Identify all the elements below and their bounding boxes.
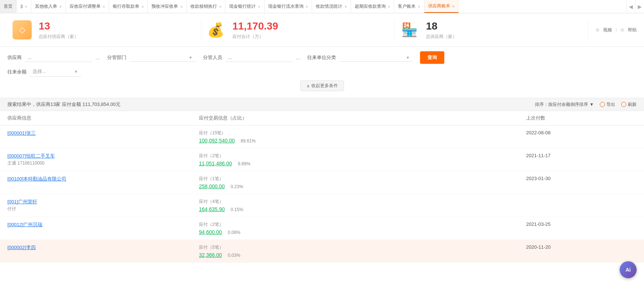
- nav-receipt-verify-label: 收款核销执行: [190, 3, 217, 10]
- supplier-cell-2: [000007]恒旺二手叉车 王通 17106110000: [7, 153, 199, 166]
- nav-overdue-ar-close[interactable]: ×: [388, 4, 390, 9]
- summary-bar: ◇ 13 总应付供应商（家） 💰 11,170.39 应付合计（万） 🏪 18 …: [0, 13, 644, 47]
- nav-ar-ap-adjust-close[interactable]: ×: [103, 4, 105, 9]
- total-suppliers-label: 总供应商（家）: [426, 34, 577, 40]
- supplier-cell-6: [000002]李四: [7, 244, 199, 251]
- table-body: [000001]张三 应付（15笔） 100,092,540.00 89.61%…: [0, 125, 644, 293]
- person-filter-input[interactable]: [225, 53, 293, 62]
- supplier-filter-input[interactable]: [25, 53, 92, 62]
- help-icon: ⊙: [620, 27, 624, 32]
- transaction-cell-1: 应付（15笔） 100,092,540.00 89.61%: [199, 130, 526, 144]
- balance-select-arrow-icon: ▼: [74, 69, 78, 74]
- tx-amount-6[interactable]: 32,366.00: [199, 252, 222, 258]
- nav-cash-bank-flow[interactable]: 现金银行流水查询 ×: [265, 0, 312, 13]
- nav-tab-3-close[interactable]: ×: [25, 4, 27, 9]
- supplier-link-4[interactable]: [001]广州荣轩: [7, 199, 37, 204]
- header-lastpay: 上次付数: [526, 115, 637, 121]
- supplier-cell-5: [00012]广州贝瑞: [7, 221, 199, 228]
- category-filter-select[interactable]: ▼: [339, 54, 413, 62]
- nav-bank-deposit-label: 银行存取款单: [113, 3, 139, 10]
- nav-arrow-right[interactable]: ▶: [635, 0, 644, 13]
- nav-overdue-ar[interactable]: 超期应收款查询 ×: [351, 0, 394, 13]
- nav-receipt-stat[interactable]: 收款情况统计 ×: [312, 0, 351, 13]
- nav-prepay-offset[interactable]: 预收冲应收单 ×: [148, 0, 186, 13]
- summary-card-payable-suppliers: ◇ 13 总应付供应商（家）: [7, 19, 201, 41]
- dept-filter-select[interactable]: ▼: [129, 54, 196, 62]
- nav-bank-deposit-close[interactable]: ×: [141, 4, 144, 9]
- nav-home[interactable]: 首页: [0, 0, 17, 13]
- balance-filter-select[interactable]: 选择... ▼: [29, 67, 81, 77]
- transaction-cell-4: 应付（4笔） 164,635.90 0.15%: [199, 199, 526, 212]
- tx-amount-5[interactable]: 94,600.00: [199, 229, 222, 235]
- nav-receipt-verify-close[interactable]: ×: [219, 4, 221, 9]
- total-suppliers-info: 18 总供应商（家）: [426, 20, 577, 40]
- lastpay-cell-6: 2020-11-20: [526, 244, 637, 250]
- supplier-link-5[interactable]: [00012]广州贝瑞: [7, 222, 42, 227]
- export-icon: [600, 102, 605, 107]
- supplier-sub-2: 王通 17106110000: [7, 160, 199, 166]
- nav-prepay-offset-close[interactable]: ×: [180, 4, 182, 9]
- tx-amount-4[interactable]: 164,635.90: [199, 206, 225, 212]
- nav-tab-3-label: 3: [20, 4, 23, 9]
- total-payable-number: 11,170.39: [232, 20, 384, 32]
- lastpay-cell-3: 2023-01-30: [526, 176, 637, 181]
- tx-row-2: 11,051,486.00 9.89%: [199, 161, 526, 166]
- tx-percent-3: 0.23%: [231, 184, 243, 189]
- nav-arrow-left[interactable]: ◀: [626, 0, 635, 13]
- total-suppliers-number: 18: [426, 20, 577, 32]
- person-filter-more[interactable]: ...: [296, 55, 300, 61]
- payable-suppliers-icon: ◇: [11, 19, 33, 41]
- supplier-link-1[interactable]: [000001]张三: [7, 130, 36, 136]
- nav-receipt-verify[interactable]: 收款核销执行 ×: [187, 0, 225, 13]
- nav-ar-ap-adjust[interactable]: 应收应付调整单 ×: [66, 0, 109, 13]
- nav-supplier-ledger[interactable]: 供应商账本 ×: [424, 0, 459, 13]
- supplier-link-2[interactable]: [000007]恒旺二手叉车: [7, 153, 55, 159]
- collapse-button[interactable]: ∧ 收起更多条件: [300, 80, 344, 91]
- nav-customer-ledger-close[interactable]: ×: [418, 4, 420, 9]
- nav-cash-bank-flow-close[interactable]: ×: [306, 4, 308, 9]
- video-link[interactable]: 视频: [603, 27, 612, 33]
- filter-row-2: 往来余额 选择... ▼: [7, 67, 637, 77]
- nav-other-income-close[interactable]: ×: [59, 4, 62, 9]
- filter-row-1: 供应商 ... 分管部门 ▼ 分管人员 ... 往来单位分类 ▼ 查询: [7, 51, 637, 64]
- balance-select-text: 选择...: [32, 68, 74, 75]
- table-row: [000002]李四 应付（5笔） 32,366.00 0.03% 2020-1…: [0, 240, 644, 263]
- tx-amount-1[interactable]: 100,092,540.00: [199, 138, 235, 144]
- filter-area: 供应商 ... 分管部门 ▼ 分管人员 ... 往来单位分类 ▼ 查询 往来: [0, 47, 644, 98]
- export-button[interactable]: 导出: [600, 101, 615, 108]
- refresh-button[interactable]: 刷新: [621, 101, 637, 108]
- nav-cash-bank-stat-close[interactable]: ×: [258, 4, 260, 9]
- supplier-link-3[interactable]: [00100]本特勤油品有限公司: [7, 176, 66, 182]
- tx-amount-3[interactable]: 258,000.00: [199, 183, 225, 189]
- payable-suppliers-number: 13: [39, 20, 190, 32]
- filter-supplier: 供应商 ...: [7, 53, 100, 62]
- sort-label: 排序：按应付余额倒序排序: [535, 101, 588, 108]
- filter-person: 分管人员 ...: [203, 53, 300, 62]
- tx-label-5: 应付（2笔）: [199, 221, 526, 228]
- lastpay-cell-1: 2022-08-08: [526, 130, 637, 135]
- person-filter-label: 分管人员: [203, 54, 222, 61]
- tx-amount-2[interactable]: 11,051,486.00: [199, 161, 232, 166]
- nav-bank-deposit[interactable]: 银行存取款单 ×: [109, 0, 148, 13]
- nav-cash-bank-flow-label: 现金银行流水查询: [268, 3, 304, 10]
- sort-button[interactable]: 排序：按应付余额倒序排序 ▼: [535, 101, 594, 108]
- nav-customer-ledger[interactable]: 客户账本 ×: [394, 0, 424, 13]
- refresh-label: 刷新: [628, 101, 637, 108]
- supplier-filter-more[interactable]: ...: [95, 55, 100, 61]
- top-right-links: ⊙ 视频 | ⊙ 帮助: [588, 27, 637, 33]
- query-button[interactable]: 查询: [420, 51, 444, 64]
- nav-other-income[interactable]: 其他收入单 ×: [31, 0, 66, 13]
- transaction-cell-3: 应付（1笔） 258,000.00 0.23%: [199, 176, 526, 189]
- nav-receipt-stat-close[interactable]: ×: [344, 4, 347, 9]
- help-link[interactable]: 帮助: [628, 27, 637, 33]
- top-navigation: 首页 3 × 其他收入单 × 应收应付调整单 × 银行存取款单 × 预收冲应收单…: [0, 0, 644, 13]
- ai-button[interactable]: Ai: [620, 261, 637, 278]
- nav-tab-3[interactable]: 3 ×: [17, 0, 31, 13]
- nav-supplier-ledger-close[interactable]: ×: [452, 4, 455, 8]
- supplier-link-6[interactable]: [000002]李四: [7, 245, 36, 250]
- table-row: [00012]广州贝瑞 应付（2笔） 94,600.00 0.08% 2021-…: [0, 217, 644, 240]
- collapse-center: ∧ 收起更多条件: [7, 77, 637, 93]
- supplier-cell-1: [000001]张三: [7, 130, 199, 137]
- nav-cash-bank-stat[interactable]: 现金银行统计 ×: [225, 0, 264, 13]
- payable-suppliers-info: 13 总应付供应商（家）: [39, 20, 190, 40]
